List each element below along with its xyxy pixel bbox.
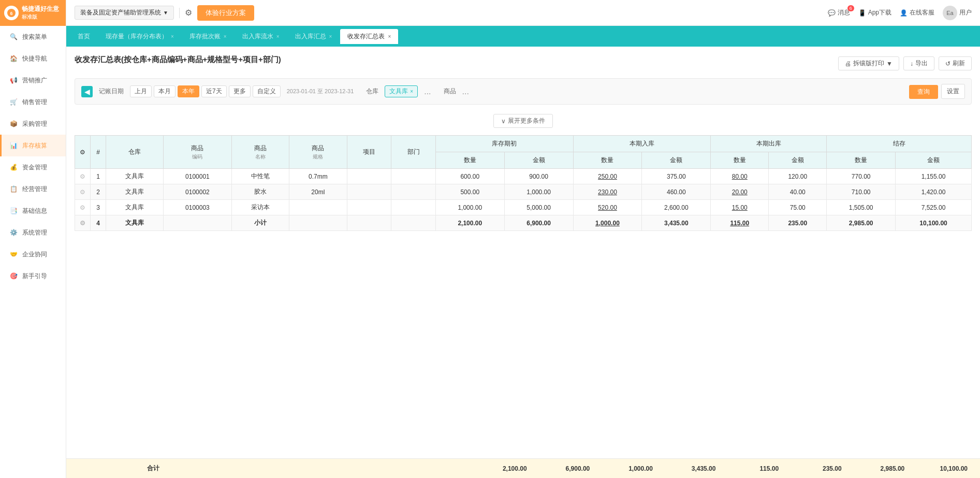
footer-out-qty: 115.00 bbox=[720, 462, 783, 475]
out-qty-cell[interactable]: 115.00 bbox=[711, 215, 769, 231]
settings-cell: ⚙ bbox=[75, 169, 91, 184]
sidebar-item-marketing[interactable]: 📢 营销推广 bbox=[0, 69, 66, 91]
name-cell: 小计 bbox=[232, 215, 289, 231]
export-button[interactable]: ↓ 导出 bbox=[903, 56, 934, 70]
out-qty-cell-link[interactable]: 80.00 bbox=[732, 173, 748, 180]
out-qty-cell[interactable]: 20.00 bbox=[711, 184, 769, 200]
date-btn-custom[interactable]: 自定义 bbox=[253, 85, 281, 97]
settings-cell: ⚙ bbox=[75, 215, 91, 231]
out-qty-cell[interactable]: 80.00 bbox=[711, 169, 769, 184]
logo-text: 畅捷通好生意 标准版 bbox=[22, 5, 59, 21]
in-qty-cell[interactable]: 250.00 bbox=[573, 169, 642, 184]
out-qty-cell-link[interactable]: 15.00 bbox=[732, 204, 748, 211]
bal-amt-cell: 1,420.00 bbox=[896, 184, 972, 200]
th-index: # bbox=[91, 136, 106, 169]
page-area: 收发存汇总表(按仓库+商品编码+商品+规格型号+项目+部门) 🖨 拆镶版打印 ▼… bbox=[66, 47, 980, 478]
expand-conditions-button[interactable]: ∨ 展开更多条件 bbox=[493, 114, 553, 128]
out-qty-cell-link[interactable]: 20.00 bbox=[732, 189, 748, 196]
date-btn-7days[interactable]: 近7天 bbox=[201, 85, 227, 97]
bal-qty-cell: 2,985.00 bbox=[827, 215, 896, 231]
service-icon: 👤 bbox=[900, 9, 908, 17]
date-btn-more[interactable]: 更多 bbox=[229, 85, 251, 97]
warehouse-cell: 文具库 bbox=[106, 200, 164, 215]
project-cell bbox=[347, 169, 391, 184]
sidebar-item-inventory[interactable]: 📊 库存核算 bbox=[0, 135, 66, 156]
column-settings-icon[interactable]: ⚙ bbox=[80, 149, 85, 156]
sidebar-item-collab[interactable]: 🤝 企业协同 bbox=[0, 243, 66, 265]
tab-home[interactable]: 首页 bbox=[70, 29, 97, 44]
out-amt-cell: 75.00 bbox=[769, 200, 827, 215]
footer-spacer bbox=[75, 231, 972, 252]
tab-close-summary[interactable]: × bbox=[329, 34, 332, 39]
tab-close-batch-ledger[interactable]: × bbox=[224, 34, 227, 39]
footer-bal-amt: 10,100.00 bbox=[909, 462, 972, 475]
print-button[interactable]: 🖨 拆镶版打印 ▼ bbox=[838, 56, 899, 70]
sales-icon: 🛒 bbox=[9, 97, 18, 107]
index-cell: 1 bbox=[91, 169, 106, 184]
filter-toggle-button[interactable]: ◀ bbox=[81, 86, 93, 97]
sidebar-item-finance[interactable]: 💰 资金管理 bbox=[0, 156, 66, 178]
date-btn-this-month[interactable]: 本月 bbox=[154, 85, 175, 97]
sidebar-item-quick-nav[interactable]: 🏠 快捷导航 bbox=[0, 48, 66, 69]
bal-qty-cell: 1,505.00 bbox=[827, 200, 896, 215]
sidebar-item-sales[interactable]: 🛒 销售管理 bbox=[0, 91, 66, 113]
user-item[interactable]: Ea 用户 bbox=[943, 6, 972, 20]
settings-icon[interactable]: ⚙ bbox=[185, 8, 192, 18]
warehouse-tag-close[interactable]: × bbox=[410, 89, 413, 94]
in-qty-cell-link[interactable]: 1,000.00 bbox=[595, 220, 620, 227]
table-row: ⚙2文具库0100002胶水20ml500.001,000.00230.0046… bbox=[75, 184, 972, 200]
avatar: Ea bbox=[943, 6, 957, 20]
code-cell: 0100002 bbox=[163, 184, 232, 200]
code-cell: 0100003 bbox=[163, 200, 232, 215]
settings-cell: ⚙ bbox=[75, 200, 91, 215]
in-qty-cell-link[interactable]: 250.00 bbox=[598, 173, 617, 180]
sidebar: 6 畅捷通好生意 标准版 🔍 搜索菜单 🏠 快捷导航 📢 营销推广 🛒 销售管理… bbox=[0, 0, 66, 478]
name-cell: 胶水 bbox=[232, 184, 289, 200]
th-out-qty: 数量 bbox=[711, 152, 769, 169]
tab-flow[interactable]: 出入库流水 × bbox=[235, 29, 287, 44]
refresh-button[interactable]: ↺ 刷新 bbox=[939, 56, 972, 70]
guide-icon: 🎯 bbox=[9, 271, 18, 281]
tab-close-recv-send[interactable]: × bbox=[388, 34, 391, 39]
experience-button[interactable]: 体验行业方案 bbox=[197, 5, 254, 21]
notification-item[interactable]: 💬 消息 6 bbox=[828, 8, 850, 17]
open-qty-cell: 2,100.00 bbox=[435, 215, 504, 231]
sidebar-item-purchase[interactable]: 📦 采购管理 bbox=[0, 113, 66, 135]
out-qty-cell-link[interactable]: 115.00 bbox=[730, 220, 749, 227]
in-qty-cell[interactable]: 1,000.00 bbox=[573, 215, 642, 231]
filter-settings-button[interactable]: 设置 bbox=[941, 84, 965, 99]
in-qty-cell[interactable]: 230.00 bbox=[573, 184, 642, 200]
query-button[interactable]: 查询 bbox=[909, 85, 938, 99]
in-qty-cell[interactable]: 520.00 bbox=[573, 200, 642, 215]
chevron-down-icon: ▼ bbox=[886, 60, 893, 67]
app-download-item[interactable]: 📱 App下载 bbox=[858, 8, 891, 17]
out-qty-cell[interactable]: 15.00 bbox=[711, 200, 769, 215]
warehouse-tag-text: 文具库 bbox=[389, 87, 408, 96]
tab-recv-send[interactable]: 收发存汇总表 × bbox=[340, 29, 398, 44]
th-name: 商品名称 bbox=[232, 136, 289, 169]
th-dept: 部门 bbox=[391, 136, 435, 169]
svg-text:6: 6 bbox=[10, 11, 12, 16]
sidebar-item-operations[interactable]: 📋 经营管理 bbox=[0, 178, 66, 200]
footer-total: 合计 2,100.00 6,900.00 1,000.00 3,435.00 1… bbox=[66, 458, 980, 478]
system-selector[interactable]: 装备及固定资产辅助管理系统 ▼ bbox=[75, 6, 174, 20]
sidebar-item-system[interactable]: ⚙️ 系统管理 bbox=[0, 222, 66, 243]
date-btn-last-month[interactable]: 上月 bbox=[130, 85, 152, 97]
date-btn-this-year[interactable]: 本年 bbox=[178, 85, 199, 97]
system-title: 装备及固定资产辅助管理系统 bbox=[80, 8, 161, 17]
tab-close-inventory-dist[interactable]: × bbox=[171, 34, 174, 39]
tab-close-flow[interactable]: × bbox=[276, 34, 280, 39]
in-qty-cell-link[interactable]: 520.00 bbox=[598, 204, 617, 211]
tab-summary[interactable]: 出入库汇总 × bbox=[288, 29, 340, 44]
warehouse-more-dots[interactable]: ... bbox=[424, 87, 431, 96]
in-qty-cell-link[interactable]: 230.00 bbox=[598, 189, 617, 196]
marketing-icon: 📢 bbox=[9, 76, 18, 85]
tab-inventory-dist[interactable]: 现存量（库存分布表） × bbox=[98, 29, 181, 44]
sidebar-item-guide[interactable]: 🎯 新手引导 bbox=[0, 265, 66, 287]
online-service-item[interactable]: 👤 在线客服 bbox=[900, 8, 934, 17]
sidebar-item-basic[interactable]: 📑 基础信息 bbox=[0, 200, 66, 222]
goods-more-dots[interactable]: ... bbox=[462, 87, 469, 96]
search-icon: 🔍 bbox=[9, 32, 18, 41]
sidebar-item-search[interactable]: 🔍 搜索菜单 bbox=[0, 26, 66, 48]
tab-batch-ledger[interactable]: 库存批次账 × bbox=[182, 29, 234, 44]
